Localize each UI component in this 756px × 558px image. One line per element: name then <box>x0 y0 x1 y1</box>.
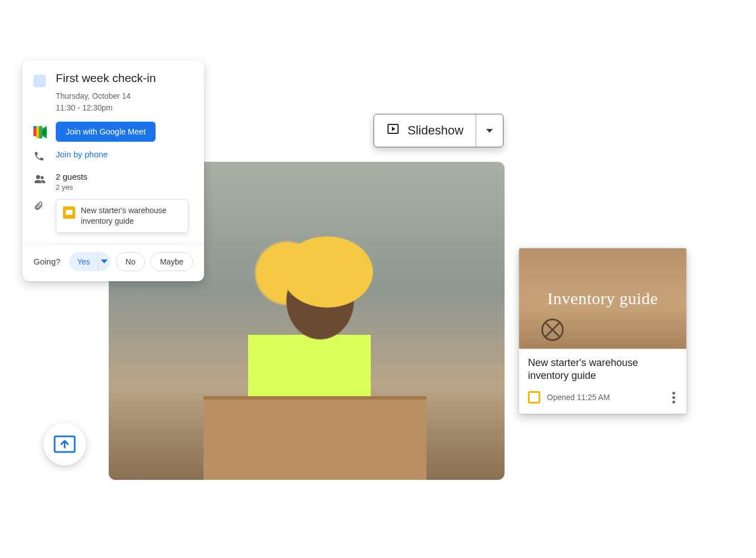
upload-button[interactable] <box>43 423 86 465</box>
rsvp-prompt: Going? <box>33 257 60 266</box>
google-meet-icon <box>33 126 48 138</box>
google-slides-icon <box>528 391 540 403</box>
svg-rect-0 <box>33 128 36 136</box>
chevron-down-icon <box>486 129 493 133</box>
attachment-filename: New starter's warehouse inventory guide <box>81 205 181 227</box>
upload-to-screen-icon <box>54 435 76 453</box>
event-attachment[interactable]: New starter's warehouse inventory guide <box>56 199 188 233</box>
svg-rect-5 <box>33 126 36 128</box>
chevron-down-icon <box>101 259 108 263</box>
rsvp-yes-dropdown[interactable] <box>98 252 110 271</box>
slideshow-button[interactable]: Slideshow <box>374 114 476 147</box>
attachment-icon <box>33 200 43 214</box>
thumbnail-caption: Inventory guide <box>547 289 658 308</box>
guest-count: 2 guests <box>56 172 193 181</box>
guest-status: 2 yes <box>56 183 193 191</box>
event-color-chip <box>33 75 46 87</box>
more-options-button[interactable] <box>670 389 677 406</box>
file-title: New starter's warehouse inventory guide <box>528 357 677 383</box>
play-presentation-icon <box>386 122 400 139</box>
join-google-meet-button[interactable]: Join with Google Meet <box>56 122 156 142</box>
slides-file-icon <box>63 206 75 219</box>
guests-icon <box>33 173 46 187</box>
rsvp-maybe-button[interactable]: Maybe <box>151 252 193 271</box>
file-thumbnail: Inventory guide <box>519 248 686 349</box>
slideshow-dropdown[interactable] <box>476 114 503 147</box>
rsvp-yes-button[interactable]: Yes <box>69 252 98 271</box>
svg-marker-9 <box>392 127 395 131</box>
svg-rect-2 <box>39 126 42 138</box>
svg-point-7 <box>41 176 44 180</box>
box-symbol-icon <box>541 319 564 341</box>
rsvp-bar: Going? Yes No Maybe <box>22 244 204 281</box>
event-title: First week check-in <box>56 71 193 85</box>
rsvp-yes-group: Yes <box>69 252 110 271</box>
rsvp-no-button[interactable]: No <box>116 252 145 271</box>
calendar-event-card: First week check-in Thursday, October 14… <box>22 60 204 281</box>
slideshow-split-button: Slideshow <box>374 114 503 147</box>
svg-point-6 <box>36 175 40 179</box>
slides-file-card[interactable]: Inventory guide New starter's warehouse … <box>518 248 687 414</box>
event-date: Thursday, October 14 <box>56 90 193 102</box>
svg-rect-1 <box>36 126 39 138</box>
phone-icon <box>33 151 45 164</box>
slideshow-label: Slideshow <box>408 123 463 138</box>
file-opened-timestamp: Opened 11:25 AM <box>547 393 663 402</box>
event-time: 11:30 - 12:30pm <box>56 102 193 114</box>
join-by-phone-link[interactable]: Join by phone <box>56 150 108 159</box>
